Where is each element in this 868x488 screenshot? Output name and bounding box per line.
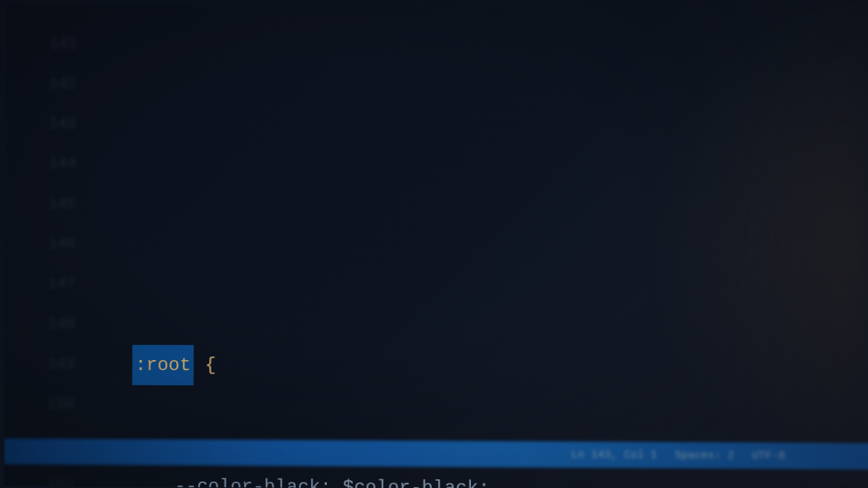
indentation-info[interactable]: Spaces: 2 — [675, 449, 734, 462]
line-number: 148 — [33, 304, 76, 345]
line-number: 147 — [33, 265, 76, 305]
line-number: 150 — [33, 385, 75, 425]
line-number: 152 — [32, 466, 75, 488]
line-number: 143 — [34, 104, 77, 144]
status-bar[interactable]: Ln 143, Col 1 Spaces: 2 UTF-8 — [4, 439, 868, 470]
line-number: 145 — [34, 184, 77, 224]
code-line-selector: :root { — [132, 345, 856, 388]
encoding-info[interactable]: UTF-8 — [752, 450, 785, 463]
code-line: --color-black: $color-black; — [132, 466, 856, 488]
line-number: 146 — [33, 224, 76, 264]
css-property: --color-black — [174, 466, 320, 488]
code-content[interactable]: :root { --color-black: $color-black; --c… — [127, 20, 862, 488]
line-number: 142 — [35, 64, 77, 104]
line-number: 141 — [35, 25, 77, 64]
line-number-gutter: 141 142 143 144 145 146 147 148 149 150 … — [32, 25, 77, 488]
line-number: 144 — [34, 145, 77, 184]
css-value: $color-black — [343, 467, 479, 488]
code-editor[interactable]: 141 142 143 144 145 146 147 148 149 150 … — [4, 0, 868, 488]
code-line — [133, 101, 854, 144]
css-selector: :root — [132, 345, 194, 385]
line-number: 149 — [33, 345, 75, 385]
cursor-position[interactable]: Ln 143, Col 1 — [571, 448, 657, 461]
open-brace: { — [205, 345, 216, 385]
code-line — [133, 224, 856, 265]
